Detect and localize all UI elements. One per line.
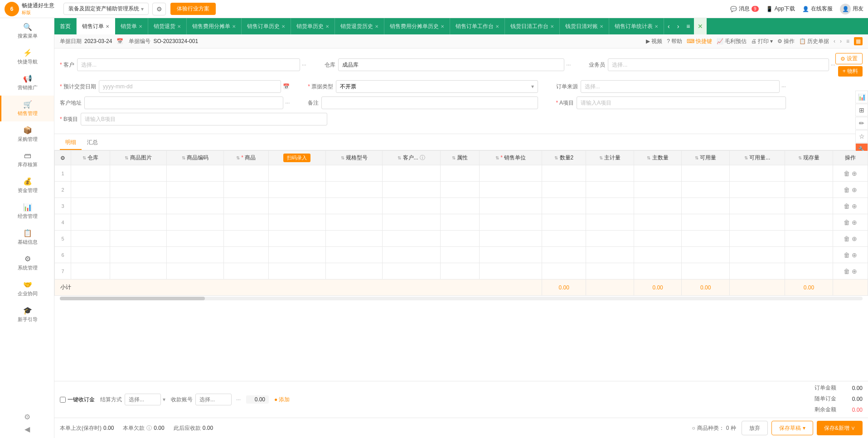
print-btn[interactable]: 🖨 打印 ▾ [751, 38, 773, 45]
sort-icon[interactable]: ⇅ [647, 155, 650, 160]
industry-button[interactable]: 体验行业方案 [170, 3, 216, 15]
tab-next-button[interactable]: › [674, 18, 683, 34]
tab-close-icon[interactable]: ✕ [655, 24, 658, 29]
shortcut-btn[interactable]: ⌨ 快捷键 [687, 38, 712, 45]
row-delete-icon[interactable]: 🗑 [844, 186, 850, 193]
scan-button[interactable]: 扫码录入 [283, 154, 310, 162]
remarks-input[interactable] [321, 96, 538, 109]
one-click-checkbox[interactable] [60, 397, 66, 403]
row-delete-icon[interactable]: 🗑 [844, 251, 850, 259]
sort-icon[interactable]: ⇅ [744, 155, 748, 160]
tab-sales-expense[interactable]: 销售费用分摊单 ✕ [187, 18, 242, 34]
agent-input[interactable] [608, 58, 829, 71]
tab-daily-workbench[interactable]: 钱货日清工作台 ✕ [505, 18, 560, 34]
online-support-item[interactable]: 👤 在线客服 [802, 5, 833, 13]
customer-address-more-icon[interactable]: ··· [285, 100, 290, 106]
row-copy-icon[interactable]: ⊕ [852, 170, 857, 177]
one-click-payment-check[interactable]: 一键收订金 [60, 396, 95, 404]
horizontal-scrollbar[interactable] [60, 297, 863, 300]
tab-more-button[interactable]: ≡ [683, 18, 693, 34]
gear-settings-icon[interactable]: ⚙ [152, 3, 166, 15]
order-source-input[interactable] [581, 80, 780, 93]
tab-close-icon[interactable]: ✕ [600, 24, 603, 29]
sidebar-item-guide[interactable]: 🎓 新手引导 [0, 302, 54, 327]
settle-method-input[interactable] [125, 394, 161, 405]
row-copy-icon[interactable]: ⊕ [852, 186, 857, 193]
table-settings-icon[interactable]: ⚙ [60, 155, 65, 161]
tab-sales-note[interactable]: 销货单 ✕ [115, 18, 148, 34]
layout-next-icon[interactable]: › [840, 38, 842, 44]
tab-sales-order-workbench[interactable]: 销售订单工作台 ✕ [450, 18, 505, 34]
tab-sales-return-history[interactable]: 销货退货历史 ✕ [335, 18, 384, 34]
user-item[interactable]: 👤 用友 [840, 4, 863, 14]
sidebar-item-purchase[interactable]: 📦 采购管理 [0, 121, 54, 147]
row-delete-icon[interactable]: 🗑 [844, 170, 850, 177]
sort-icon[interactable]: ⇅ [554, 155, 558, 160]
grid-view-icon[interactable]: ▦ [854, 37, 863, 45]
layout-prev-icon[interactable]: ‹ [834, 38, 835, 44]
row-copy-icon[interactable]: ⊕ [852, 251, 857, 259]
add-payment-btn[interactable]: ● 添加 [274, 396, 290, 404]
settings-btn[interactable]: ⚙ 设置 [835, 53, 863, 64]
tab-sales-expense-history[interactable]: 销售费用分摊单历史 ✕ [384, 18, 450, 34]
order-source-more-icon[interactable]: ··· [781, 83, 786, 90]
customer-address-input[interactable] [84, 96, 283, 109]
sort-icon[interactable]: ⇅ [452, 155, 456, 160]
operations-btn[interactable]: ⚙ 操作 [777, 38, 795, 45]
row-delete-icon[interactable]: 🗑 [844, 268, 850, 275]
scrollbar-thumb[interactable] [60, 297, 205, 300]
view-btn[interactable]: ▶ 视频 [646, 38, 662, 45]
sidebar-collapse-icon[interactable]: ◀ [24, 425, 30, 433]
tab-daily-reconcile[interactable]: 钱货日清对账 ✕ [560, 18, 609, 34]
sidebar-item-finance[interactable]: 💰 资金管理 [0, 173, 54, 198]
right-icon-chart[interactable]: 📊 [855, 91, 868, 103]
sort-icon[interactable]: ⇅ [182, 155, 185, 160]
sidebar-item-operations[interactable]: 📊 经营管理 [0, 198, 54, 224]
tab-close-all-button[interactable]: ✕ [694, 18, 707, 34]
row-copy-icon[interactable]: ⊕ [852, 202, 857, 210]
profit-btn[interactable]: 📈 毛利预估 [717, 38, 747, 45]
row-copy-icon[interactable]: ⊕ [852, 235, 857, 242]
a-project-input[interactable] [577, 96, 786, 109]
warehouse-input[interactable] [338, 58, 565, 71]
save-draft-button[interactable]: 保存草稿 ▾ [771, 421, 813, 435]
th-settings[interactable]: ⚙ [55, 151, 71, 165]
sort-icon[interactable]: ⇅ [599, 155, 603, 160]
tab-prev-button[interactable]: ‹ [664, 18, 674, 34]
tab-sales-statistics[interactable]: 销售订单统计表 ✕ [609, 18, 664, 34]
row-delete-icon[interactable]: 🗑 [844, 202, 850, 210]
calendar-icon[interactable]: 📅 [116, 38, 123, 44]
row-delete-icon[interactable]: 🗑 [844, 219, 850, 226]
right-icon-edit[interactable]: ✏ [855, 117, 868, 130]
sort-icon[interactable]: ⇅ [495, 155, 499, 160]
tab-close-icon[interactable]: ✕ [441, 24, 444, 29]
agent-more-icon[interactable]: ··· [831, 62, 835, 68]
table-container[interactable]: ⚙ ⇅ 仓库 ⇅ 商品图片 ⇅ [54, 150, 868, 381]
row-copy-icon[interactable]: ⊕ [852, 219, 857, 226]
tab-sales-order[interactable]: 销售订单 ✕ [77, 18, 115, 34]
row-delete-icon[interactable]: 🗑 [844, 235, 850, 242]
tab-sales-order-history[interactable]: 销售订单历史 ✕ [242, 18, 291, 34]
sidebar-item-enterprise[interactable]: 🤝 企业协同 [0, 276, 54, 302]
add-material-btn[interactable]: + 物料 [838, 66, 863, 77]
tab-sales-note-history[interactable]: 销货单历史 ✕ [291, 18, 335, 34]
account-more-icon[interactable]: ··· [236, 396, 241, 403]
sort-icon[interactable]: ⇅ [798, 155, 802, 160]
sidebar-settings-icon[interactable]: ⚙ [24, 413, 30, 421]
right-icon-star[interactable]: ☆ [855, 130, 868, 143]
system-title-selector[interactable]: 装备及固定资产辅助管理系统 ▾ [63, 3, 149, 15]
row-copy-icon[interactable]: ⊕ [852, 268, 857, 275]
customer-input[interactable] [77, 58, 300, 71]
sort-icon[interactable]: ⇅ [341, 155, 344, 160]
sidebar-item-marketing[interactable]: 📢 营销推广 [0, 70, 54, 96]
tab-close-icon[interactable]: ✕ [281, 24, 285, 29]
sidebar-item-quicknav[interactable]: ⚡ 快捷导航 [0, 44, 54, 70]
customer-more-icon[interactable]: ··· [302, 62, 306, 68]
tab-close-icon[interactable]: ✕ [325, 24, 329, 29]
warehouse-more-icon[interactable]: ··· [566, 62, 571, 68]
calendar2-icon[interactable]: 📅 [283, 83, 290, 90]
tab-close-icon[interactable]: ✕ [139, 24, 142, 29]
list-view-icon[interactable]: ≡ [846, 38, 849, 44]
tab-close-icon[interactable]: ✕ [106, 24, 109, 29]
history-btn[interactable]: 📋 历史单据 [799, 38, 829, 45]
